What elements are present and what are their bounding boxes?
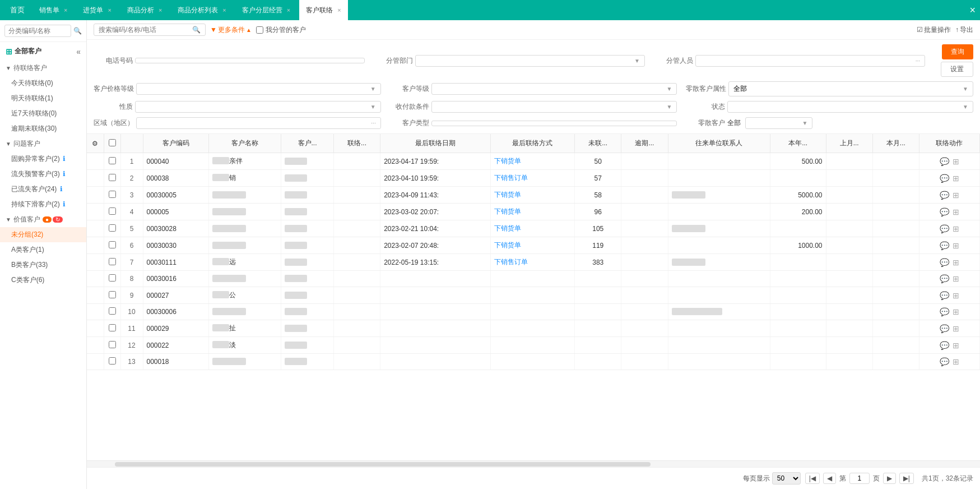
last-method-link[interactable]: 下销货单 — [494, 224, 521, 232]
all-customers-header[interactable]: ⊞ 全部客户 « — [0, 42, 86, 61]
sidebar-item-ungrouped[interactable]: 未分组(32) — [0, 227, 86, 242]
row-checkbox[interactable] — [109, 207, 116, 215]
td-check[interactable] — [104, 237, 120, 254]
td-last-method[interactable]: 下销货单 — [490, 187, 574, 204]
last-method-link[interactable]: 下销货单 — [494, 191, 521, 199]
row-checkbox[interactable] — [109, 157, 116, 164]
td-last-method[interactable] — [490, 287, 574, 304]
td-last-method[interactable]: 下销售订单 — [490, 254, 574, 271]
contact-icon[interactable]: 💬 — [940, 174, 949, 183]
td-check[interactable] — [104, 204, 120, 220]
td-check[interactable] — [104, 337, 120, 354]
next-page-btn[interactable]: ▶ — [883, 473, 896, 484]
th-type[interactable]: 客户... — [281, 134, 334, 153]
td-check[interactable] — [104, 354, 120, 370]
customer-level-select[interactable]: ▼ — [431, 83, 677, 95]
td-check[interactable] — [104, 304, 120, 320]
last-method-link[interactable]: 下销售订单 — [494, 258, 528, 266]
sidebar-item-churn-warning[interactable]: 流失预警客户(3) ℹ — [0, 167, 86, 182]
contact-icon[interactable]: 💬 — [940, 274, 949, 283]
last-method-link[interactable]: 下销货单 — [494, 241, 521, 249]
sidebar-search-input[interactable] — [4, 25, 71, 37]
sidebar-item-c-class[interactable]: C类客户(6) — [0, 273, 86, 288]
contact-icon[interactable]: 💬 — [940, 258, 949, 267]
contact-icon[interactable]: 💬 — [940, 291, 949, 300]
grid-icon[interactable]: ⊞ — [953, 207, 959, 216]
customer-type-select[interactable] — [431, 121, 677, 126]
contact-icon[interactable]: 💬 — [940, 224, 949, 233]
batch-ops-button[interactable]: ☑ 批量操作 — [917, 25, 951, 35]
last-method-link[interactable]: 下销货单 — [494, 157, 521, 165]
current-page-input[interactable] — [849, 473, 870, 484]
th-check[interactable] — [104, 134, 120, 153]
td-last-method[interactable] — [490, 304, 574, 320]
dept-select[interactable]: ▼ — [415, 55, 645, 67]
th-contact[interactable]: 联络... — [333, 134, 380, 153]
td-last-method[interactable] — [490, 320, 574, 337]
td-check[interactable] — [104, 254, 120, 271]
tab-analysis[interactable]: 商品分析 × — [120, 0, 169, 20]
query-button[interactable]: 查询 — [942, 44, 973, 59]
grid-icon[interactable]: ⊞ — [953, 307, 959, 316]
td-last-method[interactable]: 下销货单 — [490, 237, 574, 254]
grid-icon[interactable]: ⊞ — [953, 157, 959, 166]
sidebar-item-week[interactable]: 近7天待联络(0) — [0, 106, 86, 121]
row-checkbox[interactable] — [109, 324, 116, 331]
tab-customer-seg[interactable]: 客户分层经营 × — [235, 0, 297, 20]
prev-page-btn[interactable]: ◀ — [823, 473, 836, 484]
grid-icon[interactable]: ⊞ — [953, 241, 959, 250]
row-checkbox[interactable] — [109, 241, 116, 248]
grid-icon[interactable]: ⊞ — [953, 274, 959, 283]
th-last-date[interactable]: 最后联络日期 — [380, 134, 491, 153]
row-checkbox[interactable] — [109, 357, 116, 365]
th-setting[interactable]: ⚙ — [87, 134, 104, 153]
sidebar-item-overdue[interactable]: 逾期未联络(30) — [0, 121, 86, 136]
close-icon[interactable]: × — [64, 7, 67, 13]
sidebar-item-b-class[interactable]: B类客户(33) — [0, 257, 86, 273]
th-name[interactable]: 客户名称 — [208, 134, 281, 153]
info-icon[interactable]: ℹ — [63, 155, 66, 163]
status-select[interactable]: ▼ — [727, 101, 973, 113]
last-method-link[interactable]: 下销货单 — [494, 207, 521, 215]
row-checkbox[interactable] — [109, 291, 116, 298]
grid-icon[interactable]: ⊞ — [953, 191, 959, 200]
close-icon[interactable]: × — [337, 7, 341, 13]
grid-icon[interactable]: ⊞ — [953, 224, 959, 233]
row-checkbox[interactable] — [109, 341, 116, 348]
filter-search-input[interactable] — [99, 26, 190, 34]
th-unit-contact[interactable]: 往来单位联系人 — [668, 134, 770, 153]
td-check[interactable] — [104, 220, 120, 237]
th-no-contact[interactable]: 未联... — [575, 134, 621, 153]
export-button[interactable]: ↑ 导出 — [955, 25, 973, 35]
last-page-btn[interactable]: ▶| — [899, 473, 914, 484]
grid-icon[interactable]: ⊞ — [953, 324, 959, 333]
td-check[interactable] — [104, 187, 120, 204]
close-icon[interactable]: × — [108, 7, 111, 13]
grid-icon[interactable]: ⊞ — [953, 291, 959, 300]
info-icon-3[interactable]: ℹ — [60, 185, 63, 193]
value-group-title[interactable]: ▼ 价值客户 ● ↻ — [0, 212, 86, 227]
td-last-method[interactable] — [490, 271, 574, 287]
sidebar-item-a-class[interactable]: A类客户(1) — [0, 242, 86, 257]
contact-icon[interactable]: 💬 — [940, 157, 949, 166]
row-checkbox[interactable] — [109, 274, 116, 282]
filter-search-icon[interactable]: 🔍 — [192, 26, 201, 34]
th-overdue[interactable]: 逾期... — [621, 134, 668, 153]
retail-customer-select[interactable]: ▼ — [745, 117, 812, 129]
contact-icon[interactable]: 💬 — [940, 357, 949, 366]
row-checkbox[interactable] — [109, 191, 116, 198]
grid-icon[interactable]: ⊞ — [953, 357, 959, 366]
tab-analysis-list[interactable]: 商品分析列表 × — [171, 0, 233, 20]
td-check[interactable] — [104, 153, 120, 170]
close-icon[interactable]: × — [287, 7, 290, 13]
first-page-btn[interactable]: |◀ — [805, 473, 820, 484]
nav-home[interactable]: 首页 — [4, 5, 30, 15]
td-check[interactable] — [104, 320, 120, 337]
th-this-year[interactable]: 本年... — [770, 134, 826, 153]
my-customers-check[interactable] — [256, 26, 263, 34]
th-code[interactable]: 客户编码 — [143, 134, 208, 153]
close-icon[interactable]: × — [159, 7, 162, 13]
pagesize-select[interactable]: 50 100 200 — [772, 472, 801, 485]
info-icon-2[interactable]: ℹ — [63, 170, 66, 178]
sidebar-item-churned[interactable]: 已流失客户(24) ℹ — [0, 182, 86, 197]
